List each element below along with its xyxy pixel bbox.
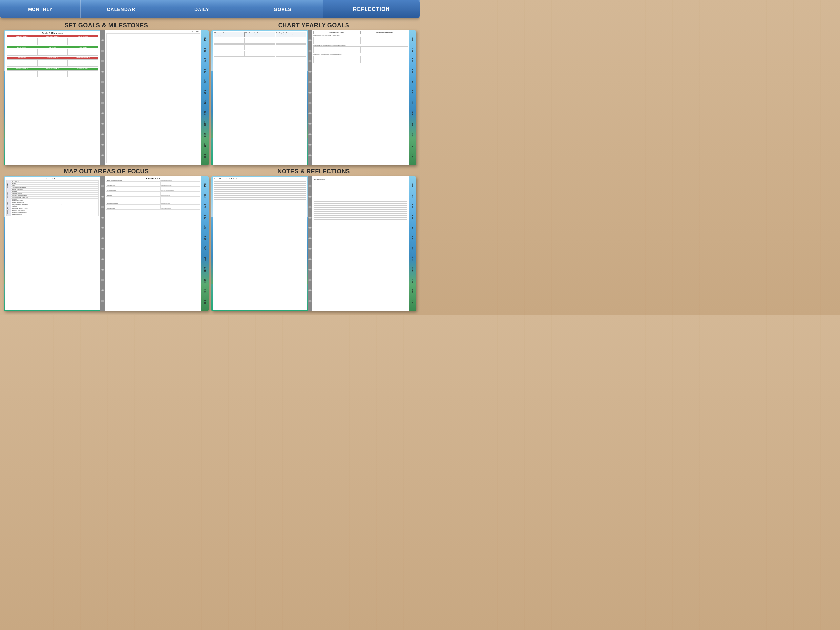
notes-area — [106, 33, 201, 163]
spiral-ring — [101, 71, 104, 73]
tab-monthly[interactable]: MONTHLY — [0, 0, 81, 18]
personal-professional-headers: Personal Goals & Ideas Professional Goal… — [313, 31, 408, 35]
note-line — [214, 188, 306, 189]
spiral-ring — [101, 154, 104, 156]
note-line — [214, 224, 306, 225]
professional-goals-title: Professional Goals & Ideas — [362, 32, 407, 33]
tab-reflection[interactable]: REFLECTION — [323, 0, 420, 18]
aof-title: Areas of Focus — [6, 178, 99, 180]
note-line — [214, 212, 306, 213]
other-goals-left — [313, 56, 361, 63]
spiral-ring — [308, 133, 312, 135]
spiral-binding-aof — [100, 176, 105, 311]
navigation-bar: MONTHLY CALENDAR DAILY GOALS REFLECTION — [0, 0, 420, 18]
note-line — [314, 191, 407, 192]
month-jul: JUL — [412, 246, 414, 250]
sep-goals-body — [68, 59, 98, 66]
note-line — [314, 206, 407, 208]
note-line — [314, 204, 407, 206]
tab-monthly-label: MONTHLY — [28, 6, 52, 12]
aof-table-left: OVERALL TOP PRIORITY What urgent and imp… — [6, 180, 99, 216]
spiral-ring — [101, 185, 104, 187]
month-apr: APR — [412, 69, 414, 73]
spiral-ring — [308, 154, 312, 156]
note-line — [214, 228, 306, 229]
note-line — [214, 202, 306, 204]
month-oct: OCT — [412, 133, 414, 137]
section-innovation: INNOVATION — [6, 190, 11, 200]
spiral-ring — [101, 206, 104, 208]
note-line — [314, 189, 407, 190]
priority-goals-right — [361, 37, 408, 44]
spiral-ring — [308, 216, 312, 218]
chart-goals-grid-1 — [214, 38, 306, 44]
spiral-binding-chart — [308, 30, 313, 165]
set-goals-notes-page: Notes & Ideas — [105, 30, 202, 165]
chart-goal-cell — [214, 38, 244, 44]
note-line — [314, 236, 407, 237]
month-aug: AUG — [204, 256, 206, 261]
notes-reflections-left-page: Notes & End of Month Reflections — [211, 176, 308, 311]
section-health: HEALTH, MIND & BODY — [6, 200, 11, 216]
spiral-ring — [308, 50, 312, 52]
month-nov: NOV — [412, 144, 414, 147]
month-tabs-notes: JAN FEB MAR APR MAY JUN JUL AUG SEPT OCT… — [409, 176, 416, 311]
chart-page: Where am I now? What does your life situ… — [213, 31, 307, 58]
note-line — [214, 192, 306, 194]
nav-tabs: MONTHLY CALENDAR DAILY GOALS REFLECTION — [0, 0, 420, 18]
chart-goal-cell — [214, 44, 244, 50]
spiral-ring — [101, 133, 104, 135]
spiral-ring — [101, 50, 104, 52]
tab-calendar-label: CALENDAR — [107, 6, 136, 12]
tab-calendar[interactable]: CALENDAR — [81, 0, 161, 18]
chart-goals-right-page: Personal Goals & Ideas Professional Goal… — [313, 30, 409, 165]
personal-goals-title: Personal Goals & Ideas — [314, 32, 360, 33]
jan-goals-header: JANUARY GOALS — [6, 35, 37, 38]
spiral-ring — [308, 289, 312, 291]
jul-goals-header: JULY GOALS — [6, 57, 37, 59]
jun-goals-header: JUNE GOALS — [68, 46, 98, 48]
tab-daily[interactable]: DAILY — [161, 0, 242, 18]
month-apr: APR — [204, 215, 206, 219]
notes-lines-left — [214, 180, 306, 237]
spiral-ring — [101, 258, 104, 260]
notes-ideas-page: Notes & Ideas — [313, 177, 408, 238]
professional-goals-section: Professional Goals & Ideas — [361, 31, 408, 35]
apr-goals-header: APRIL GOALS — [6, 46, 37, 48]
priority-goals-section: What are my TOP PRIORITY GOALS for this … — [313, 35, 408, 63]
spiral-ring — [308, 237, 312, 239]
areas-focus-planner: Areas of Focus OVERALL TOP PRIORITY What… — [4, 176, 209, 311]
note-line — [314, 222, 407, 223]
tab-reflection-label: REFLECTION — [353, 6, 390, 12]
section-overall: OVERALL — [6, 180, 11, 190]
main-content: SET GOALS & MILESTONES Goals & Milestone… — [0, 18, 420, 315]
spiral-ring — [101, 300, 104, 302]
note-line — [314, 226, 407, 227]
notes-reflections-planner: Notes & End of Month Reflections — [211, 176, 416, 311]
chart-goal-cell — [214, 51, 244, 57]
quadrant-set-goals: SET GOALS & MILESTONES Goals & Milestone… — [4, 22, 209, 165]
aof-page: Areas of Focus OVERALL TOP PRIORITY What… — [5, 177, 100, 217]
other-goals-label: What OTHER GOALS do I plan to accomplish… — [313, 54, 408, 55]
month-jun: JUN — [412, 236, 414, 240]
month-apr: APR — [412, 215, 414, 219]
chart-questions: Where am I now? What does your life situ… — [214, 32, 306, 37]
note-line — [314, 183, 407, 184]
chart-goals-grid-3 — [214, 51, 306, 57]
tab-goals[interactable]: GOALS — [243, 0, 323, 18]
may-goals-body — [38, 49, 68, 56]
note-line — [214, 182, 306, 184]
where-go-body: What is my goal? Describe the ideal outc… — [245, 35, 274, 35]
month-dec: DEC — [204, 300, 206, 304]
other-goals-right — [361, 56, 408, 63]
tab-goals-label: GOALS — [274, 6, 292, 12]
apr-goals-body — [6, 49, 37, 56]
chart-q-where-go: Where do I want to be? What is my goal? … — [245, 32, 275, 37]
month-jul: JUL — [412, 100, 414, 104]
feb-goals-body — [38, 38, 68, 45]
spiral-ring — [101, 237, 104, 239]
sep-goals-header: SEPTEMBER GOALS — [68, 57, 98, 59]
month-jun: JUN — [204, 90, 206, 94]
month-dec: DEC — [412, 154, 414, 158]
meaningful-goals-label: What MEANINGFUL GOALS will help improve … — [313, 45, 408, 46]
